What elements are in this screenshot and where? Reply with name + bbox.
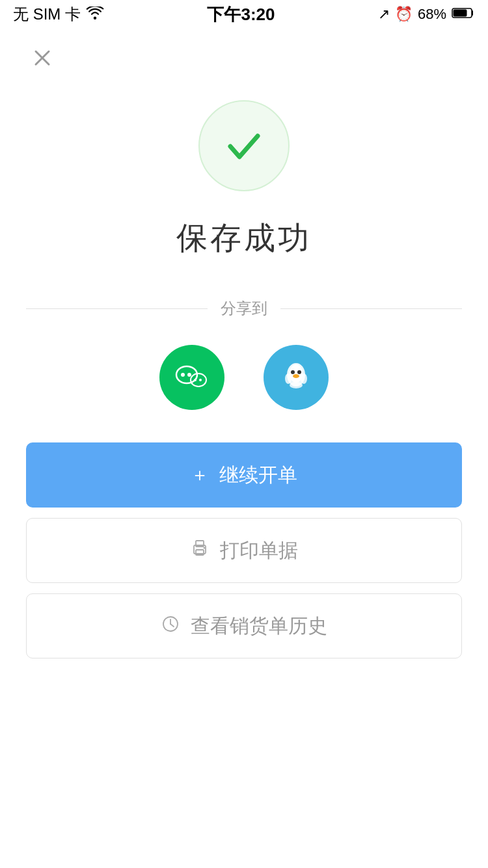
continue-button[interactable]: ＋ 继续开单 [26,442,462,508]
success-icon-circle [198,100,290,191]
wifi-icon [86,5,104,23]
svg-point-9 [199,379,202,381]
continue-label: 继续开单 [219,462,297,489]
main-content: 保存成功 分享到 [0,29,488,671]
svg-point-8 [194,379,197,381]
success-title: 保存成功 [176,217,312,259]
status-bar: 无 SIM 卡 下午3:20 ↗ ⏰ 68% [0,0,488,29]
svg-point-16 [301,373,307,384]
battery-percent: 68% [418,6,446,23]
svg-point-14 [293,374,299,378]
history-button[interactable]: 查看销货单历史 [26,593,462,658]
history-label: 查看销货单历史 [191,613,327,640]
svg-point-13 [297,370,301,374]
wechat-icon [172,358,211,397]
svg-point-12 [291,370,295,374]
qq-share-button[interactable] [264,345,329,410]
printer-icon [190,539,210,563]
svg-line-24 [170,624,174,627]
svg-point-15 [285,373,291,384]
print-button[interactable]: 打印单据 [26,518,462,583]
battery-icon [452,6,475,23]
status-time: 下午3:20 [207,3,275,26]
status-right: ↗ ⏰ 68% [378,6,475,23]
svg-point-5 [181,373,185,377]
svg-point-7 [191,373,206,387]
clock-icon [161,614,180,638]
action-buttons: ＋ 继续开单 打印单据 [26,442,462,658]
share-label: 分享到 [221,298,267,319]
svg-point-17 [290,382,303,388]
print-label: 打印单据 [220,537,298,564]
share-icons-row [26,345,462,410]
alarm-icon: ⏰ [395,6,413,23]
status-left: 无 SIM 卡 [13,4,104,25]
svg-point-21 [204,547,206,549]
share-section: 分享到 [26,298,462,442]
share-divider: 分享到 [26,298,462,319]
wechat-share-button[interactable] [159,345,224,410]
plus-icon: ＋ [191,463,209,487]
no-sim-text: 无 SIM 卡 [13,4,81,25]
success-area: 保存成功 [26,81,462,285]
svg-point-6 [187,373,191,377]
qq-icon [277,358,316,397]
close-button[interactable] [26,42,59,74]
svg-rect-1 [453,10,467,17]
location-icon: ↗ [378,6,390,23]
